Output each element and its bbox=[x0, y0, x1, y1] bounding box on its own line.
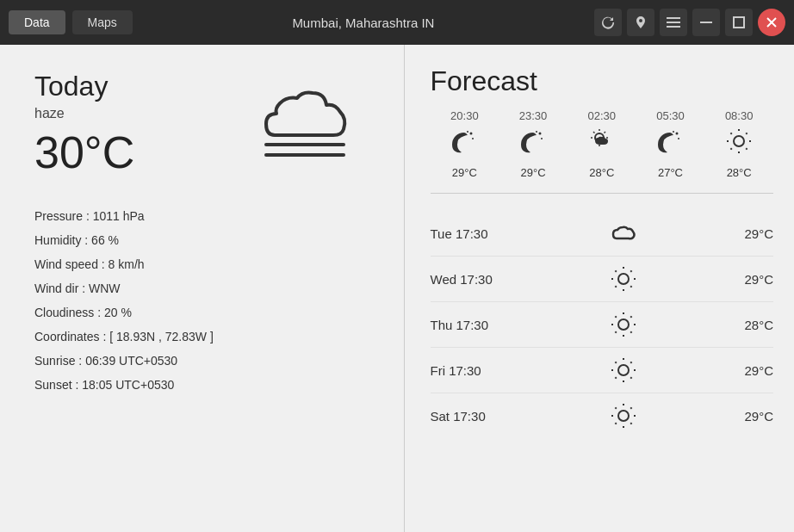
hourly-time-4: 08:30 bbox=[725, 109, 754, 122]
hourly-time-0: 20:30 bbox=[450, 109, 479, 122]
svg-line-34 bbox=[731, 148, 732, 149]
svg-line-32 bbox=[746, 148, 747, 149]
svg-point-11 bbox=[467, 131, 468, 133]
hourly-item-1: 23:30 29°C bbox=[499, 109, 568, 179]
svg-line-59 bbox=[630, 377, 631, 378]
svg-line-69 bbox=[630, 407, 631, 408]
moon-star-icon-0 bbox=[450, 127, 478, 161]
sunrise-row: Sunrise : 06:39 UTC+0530 bbox=[34, 349, 378, 373]
svg-point-9 bbox=[470, 133, 473, 135]
svg-point-23 bbox=[676, 133, 679, 135]
wind-dir-row: Wind dir : WNW bbox=[34, 276, 378, 300]
svg-point-62 bbox=[618, 411, 629, 421]
daily-day-fri: Fri 17:30 bbox=[431, 363, 543, 378]
tab-data[interactable]: Data bbox=[9, 10, 65, 34]
hourly-item-2: 02:30 28° bbox=[568, 109, 636, 179]
daily-row-tue: Tue 17:30 29°C bbox=[431, 211, 774, 257]
today-temperature: 30°C bbox=[34, 127, 134, 178]
coordinates-row: Coordinates : [ 18.93N , 72.83W ] bbox=[34, 325, 378, 349]
svg-point-12 bbox=[539, 133, 542, 135]
minimize-button[interactable] bbox=[692, 9, 720, 36]
svg-line-31 bbox=[731, 133, 732, 133]
svg-line-20 bbox=[593, 132, 595, 133]
partly-cloudy-icon bbox=[588, 127, 616, 161]
daily-row-fri: Fri 17:30 29°C bbox=[431, 348, 774, 393]
cloudiness-row: Cloudiness : 20 % bbox=[34, 300, 378, 325]
refresh-button[interactable] bbox=[594, 9, 622, 36]
daily-forecast: Tue 17:30 29°C Wed 17:30 bbox=[431, 211, 774, 438]
svg-line-43 bbox=[615, 286, 616, 287]
main-content: Today haze 30°C Pressure : 1011 hPa Humi… bbox=[0, 45, 794, 532]
app-title: Mumbai, Maharashtra IN bbox=[140, 15, 587, 30]
close-button[interactable] bbox=[758, 9, 785, 36]
sun-icon-fri bbox=[543, 356, 705, 384]
daily-temp-thu: 28°C bbox=[704, 318, 773, 332]
menu-icon bbox=[667, 15, 680, 29]
hourly-temp-0: 29°C bbox=[452, 166, 477, 179]
daily-day-tue: Tue 17:30 bbox=[431, 226, 543, 241]
hourly-temp-1: 29°C bbox=[521, 166, 546, 179]
svg-line-41 bbox=[630, 286, 631, 287]
refresh-icon bbox=[601, 15, 615, 29]
svg-line-70 bbox=[615, 423, 616, 424]
forecast-title: Forecast bbox=[431, 65, 774, 97]
wind-speed-row: Wind speed : 8 km/h bbox=[34, 252, 378, 276]
moon-star-icon-2 bbox=[656, 127, 684, 161]
moon-star-icon-1 bbox=[519, 127, 547, 161]
svg-rect-3 bbox=[700, 22, 712, 23]
daily-row-thu: Thu 17:30 28°C bbox=[431, 302, 774, 348]
daily-day-thu: Thu 17:30 bbox=[431, 318, 543, 332]
maximize-button[interactable] bbox=[725, 9, 753, 36]
daily-row-wed: Wed 17:30 29°C bbox=[431, 257, 774, 302]
close-icon bbox=[766, 17, 777, 28]
daily-day-wed: Wed 17:30 bbox=[431, 272, 543, 287]
humidity-row: Humidity : 66 % bbox=[34, 228, 378, 252]
daily-temp-fri: 29°C bbox=[704, 363, 773, 378]
minimize-icon bbox=[700, 22, 712, 23]
today-title: Today bbox=[34, 71, 134, 102]
hourly-temp-3: 27°C bbox=[658, 166, 683, 179]
svg-line-52 bbox=[615, 331, 616, 332]
today-header: Today haze 30°C bbox=[34, 71, 378, 178]
svg-point-53 bbox=[618, 365, 629, 375]
hourly-item-0: 20:30 29°C bbox=[431, 109, 499, 179]
svg-line-42 bbox=[630, 270, 631, 271]
svg-point-10 bbox=[472, 138, 474, 139]
hourly-time-1: 23:30 bbox=[519, 109, 548, 122]
svg-line-68 bbox=[630, 423, 631, 424]
tab-maps[interactable]: Maps bbox=[72, 10, 133, 34]
svg-rect-1 bbox=[667, 22, 680, 23]
location-button[interactable] bbox=[627, 9, 654, 36]
window-controls bbox=[594, 9, 785, 36]
hourly-item-4: 08:30 28°C bbox=[704, 109, 773, 179]
hourly-item-3: 05:30 27°C bbox=[636, 109, 705, 179]
daily-row-sat: Sat 17:30 29°C bbox=[431, 393, 774, 438]
hourly-temp-2: 28°C bbox=[589, 166, 614, 179]
svg-line-22 bbox=[604, 132, 605, 133]
svg-rect-0 bbox=[667, 17, 680, 19]
svg-line-51 bbox=[630, 316, 631, 317]
haze-icon-large bbox=[249, 79, 361, 169]
sun-icon-wed bbox=[543, 265, 705, 293]
svg-line-61 bbox=[615, 377, 616, 378]
sunset-row: Sunset : 18:05 UTC+0530 bbox=[34, 373, 378, 397]
svg-point-24 bbox=[678, 138, 679, 139]
weather-details: Pressure : 1011 hPa Humidity : 66 % Wind… bbox=[34, 204, 378, 397]
svg-point-44 bbox=[618, 319, 629, 330]
today-condition: haze bbox=[34, 106, 134, 121]
left-panel: Today haze 30°C Pressure : 1011 hPa Humi… bbox=[0, 45, 405, 532]
svg-point-13 bbox=[541, 138, 543, 139]
right-panel: Forecast 20:30 29°C 23:30 bbox=[405, 45, 795, 532]
pressure-row: Pressure : 1011 hPa bbox=[34, 204, 378, 228]
sun-icon-thu bbox=[543, 311, 705, 338]
menu-button[interactable] bbox=[660, 9, 687, 36]
cloud-icon-tue bbox=[543, 220, 705, 247]
hourly-time-3: 05:30 bbox=[656, 109, 685, 122]
hourly-temp-4: 28°C bbox=[727, 166, 752, 179]
svg-line-49 bbox=[615, 316, 616, 317]
svg-line-67 bbox=[615, 407, 616, 408]
svg-point-14 bbox=[536, 131, 537, 133]
hourly-time-2: 02:30 bbox=[587, 109, 616, 122]
maximize-icon bbox=[733, 16, 745, 28]
today-info: Today haze 30°C bbox=[34, 71, 134, 178]
